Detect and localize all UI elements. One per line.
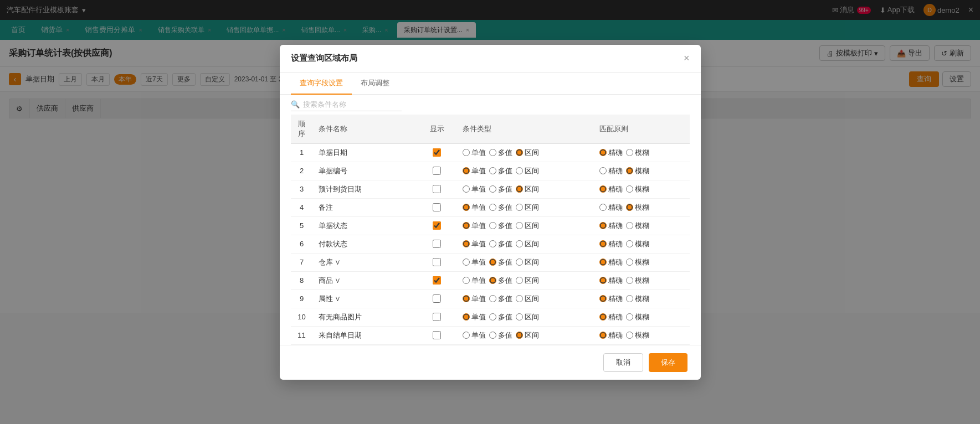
- radio-type-单值-6[interactable]: 单值: [463, 257, 486, 267]
- cell-show-0[interactable]: [417, 143, 457, 162]
- table-header-row: 顺序 条件名称 显示 条件类型 匹配原则: [291, 115, 690, 144]
- radio-type-多值-5[interactable]: 多值: [489, 239, 512, 249]
- checkbox-show-5[interactable]: [433, 240, 441, 248]
- radio-match-精确-3[interactable]: 精确: [599, 203, 623, 213]
- table-row: 2单据编号单值多值区间精确模糊: [291, 162, 690, 180]
- radio-match-精确-2[interactable]: 精确: [599, 184, 623, 194]
- radio-type-多值-8[interactable]: 多值: [489, 294, 512, 304]
- radio-match-模糊-2[interactable]: 模糊: [626, 184, 649, 194]
- radio-type-多值-3[interactable]: 多值: [489, 203, 512, 213]
- cell-order-6: 7: [291, 253, 313, 271]
- radio-type-区间-7[interactable]: 区间: [516, 276, 539, 286]
- cell-type-0: 单值多值区间: [457, 143, 594, 162]
- cell-show-4[interactable]: [417, 216, 457, 235]
- radio-match-模糊-1[interactable]: 模糊: [626, 166, 649, 176]
- radio-type-多值-6[interactable]: 多值: [489, 257, 512, 267]
- checkbox-show-9[interactable]: [433, 313, 441, 313]
- radio-type-单值-4[interactable]: 单值: [463, 221, 486, 231]
- radio-type-多值-2[interactable]: 多值: [489, 184, 512, 194]
- radio-type-区间-2[interactable]: 区间: [516, 184, 539, 194]
- radio-match-精确-1[interactable]: 精确: [599, 166, 623, 176]
- checkbox-show-4[interactable]: [433, 221, 441, 230]
- cell-type-9: 单值多值区间: [457, 308, 594, 313]
- radio-match-模糊-4[interactable]: 模糊: [626, 221, 649, 231]
- radio-type-多值-0[interactable]: 多值: [489, 148, 512, 158]
- cell-match-8: 精确模糊: [594, 289, 689, 308]
- radio-match-精确-8[interactable]: 精确: [599, 294, 623, 304]
- cell-show-1[interactable]: [417, 162, 457, 180]
- cell-order-9: 10: [291, 308, 313, 313]
- table-row: 4备注单值多值区间精确模糊: [291, 198, 690, 216]
- cell-order-5: 6: [291, 235, 313, 253]
- settings-dialog: 设置查询区域布局 × 查询字段设置 布局调整 🔍 顺序: [280, 45, 701, 314]
- radio-type-区间-6[interactable]: 区间: [516, 257, 539, 267]
- tab-fields[interactable]: 查询字段设置: [291, 73, 352, 95]
- radio-type-区间-5[interactable]: 区间: [516, 239, 539, 249]
- radio-type-区间-4[interactable]: 区间: [516, 221, 539, 231]
- checkbox-show-0[interactable]: [433, 148, 441, 157]
- radio-type-多值-7[interactable]: 多值: [489, 276, 512, 286]
- radio-match-精确-7[interactable]: 精确: [599, 276, 623, 286]
- radio-type-单值-3[interactable]: 单值: [463, 203, 486, 213]
- radio-type-多值-1[interactable]: 多值: [489, 166, 512, 176]
- col-match: 匹配原则: [594, 115, 689, 144]
- radio-match-精确-4[interactable]: 精确: [599, 221, 623, 231]
- radio-match-精确-9[interactable]: 精确: [599, 312, 623, 314]
- cell-show-8[interactable]: [417, 289, 457, 308]
- cell-match-2: 精确模糊: [594, 180, 689, 198]
- radio-type-区间-1[interactable]: 区间: [516, 166, 539, 176]
- radio-match-模糊-8[interactable]: 模糊: [626, 294, 649, 304]
- radio-match-模糊-0[interactable]: 模糊: [626, 148, 649, 158]
- radio-match-模糊-6[interactable]: 模糊: [626, 257, 649, 267]
- radio-match-精确-5[interactable]: 精确: [599, 239, 623, 249]
- col-show: 显示: [417, 115, 457, 144]
- cell-name-9: 有无商品图片: [313, 308, 417, 313]
- cell-name-7: 商品 ∨: [313, 271, 417, 289]
- radio-match-模糊-5[interactable]: 模糊: [626, 239, 649, 249]
- cell-show-5[interactable]: [417, 235, 457, 253]
- radio-type-单值-7[interactable]: 单值: [463, 276, 486, 286]
- radio-type-多值-4[interactable]: 多值: [489, 221, 512, 231]
- radio-type-单值-5[interactable]: 单值: [463, 239, 486, 249]
- radio-type-区间-3[interactable]: 区间: [516, 203, 539, 213]
- radio-type-单值-2[interactable]: 单值: [463, 184, 486, 194]
- cell-show-3[interactable]: [417, 198, 457, 216]
- radio-type-单值-8[interactable]: 单值: [463, 294, 486, 304]
- dialog-header: 设置查询区域布局 ×: [280, 45, 701, 73]
- radio-type-区间-0[interactable]: 区间: [516, 148, 539, 158]
- checkbox-show-6[interactable]: [433, 258, 441, 266]
- cell-match-0: 精确模糊: [594, 143, 689, 162]
- radio-match-精确-0[interactable]: 精确: [599, 148, 623, 158]
- tab-layout[interactable]: 布局调整: [352, 73, 398, 95]
- search-input[interactable]: [303, 100, 392, 108]
- cell-show-7[interactable]: [417, 271, 457, 289]
- table-row: 1单据日期单值多值区间精确模糊: [291, 143, 690, 162]
- checkbox-show-1[interactable]: [433, 167, 441, 175]
- radio-type-单值-1[interactable]: 单值: [463, 166, 486, 176]
- cell-type-1: 单值多值区间: [457, 162, 594, 180]
- radio-match-模糊-3[interactable]: 模糊: [626, 203, 649, 213]
- radio-type-区间-9[interactable]: 区间: [516, 312, 539, 314]
- radio-match-模糊-7[interactable]: 模糊: [626, 276, 649, 286]
- checkbox-show-7[interactable]: [433, 276, 441, 285]
- checkbox-show-2[interactable]: [433, 185, 441, 193]
- radio-type-单值-0[interactable]: 单值: [463, 148, 486, 158]
- cell-order-8: 9: [291, 289, 313, 308]
- radio-match-模糊-9[interactable]: 模糊: [626, 312, 649, 314]
- cell-order-7: 8: [291, 271, 313, 289]
- dialog-close-btn[interactable]: ×: [684, 53, 690, 64]
- radio-type-区间-8[interactable]: 区间: [516, 294, 539, 304]
- modal-overlay: 设置查询区域布局 × 查询字段设置 布局调整 🔍 顺序: [0, 0, 980, 313]
- radio-type-多值-9[interactable]: 多值: [489, 312, 512, 314]
- cell-show-2[interactable]: [417, 180, 457, 198]
- radio-match-精确-6[interactable]: 精确: [599, 257, 623, 267]
- radio-type-单值-9[interactable]: 单值: [463, 312, 486, 314]
- checkbox-show-3[interactable]: [433, 203, 441, 211]
- cell-order-0: 1: [291, 143, 313, 162]
- cell-show-9[interactable]: [417, 308, 457, 313]
- dialog-title: 设置查询区域布局: [291, 53, 357, 64]
- cell-show-6[interactable]: [417, 253, 457, 271]
- col-type: 条件类型: [457, 115, 594, 144]
- cell-type-3: 单值多值区间: [457, 198, 594, 216]
- checkbox-show-8[interactable]: [433, 294, 441, 303]
